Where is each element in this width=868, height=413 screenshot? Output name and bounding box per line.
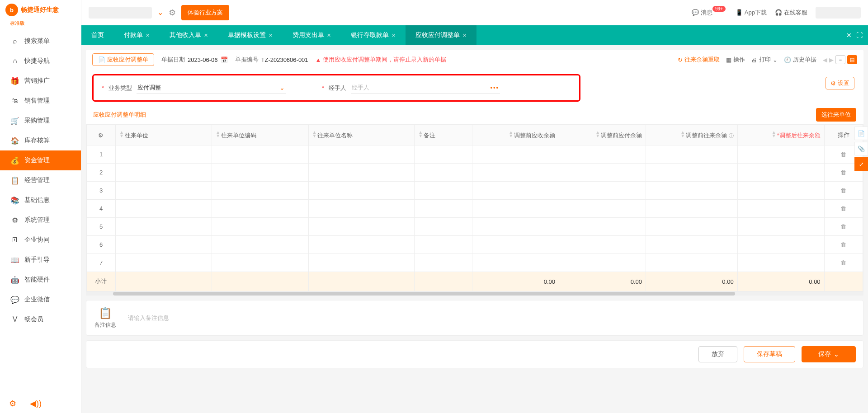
col-unit-code-label: 往来单位编码 (221, 132, 256, 139)
sidebar-item[interactable]: 🛍销售管理 (0, 91, 81, 111)
sidebar-item[interactable]: 🏠库存核算 (0, 131, 81, 150)
close-icon[interactable]: ✕ (462, 33, 467, 38)
row-delete[interactable]: 🗑 (824, 254, 863, 272)
tab[interactable]: 费用支出单✕ (283, 25, 341, 45)
remarks-input[interactable]: 请输入备注信息 (125, 311, 855, 325)
handler-label: 经手人 (329, 84, 346, 92)
highlight-box: * 业务类型 应付调整 ⌄ * 经手人 经手人 ••• (92, 74, 580, 102)
col-unit-code[interactable]: ▲▼往来单位编码 (212, 125, 308, 145)
select-unit-button[interactable]: 选往来单位 (816, 108, 856, 122)
row-delete[interactable]: 🗑 (824, 182, 863, 200)
sidebar-item[interactable]: V畅会员 (0, 310, 81, 329)
sidebar-item[interactable]: 🗓企业协同 (0, 230, 81, 250)
view-list-icon[interactable]: ≡ (835, 55, 845, 64)
close-all-icon[interactable]: ✕ (846, 32, 852, 39)
date-value[interactable]: 2023-06-06 (188, 56, 218, 63)
messages-link[interactable]: 💬 消息 99+ (692, 9, 727, 17)
org-selector[interactable] (89, 7, 152, 19)
close-icon[interactable]: ✕ (204, 33, 208, 38)
save-draft-button[interactable]: 保存草稿 (744, 346, 795, 362)
nav-label: 企业微信 (24, 296, 50, 304)
handler-input[interactable]: 经手人 ••• (351, 82, 500, 94)
row-delete[interactable]: 🗑 (824, 218, 863, 236)
sidebar-item[interactable]: 📖新手引导 (0, 250, 81, 270)
table-row[interactable]: 4🗑 (87, 200, 863, 218)
sidebar-item[interactable]: 💰资金管理 (0, 150, 81, 170)
close-icon[interactable]: ✕ (146, 33, 150, 38)
float-expand-icon[interactable]: ⤢ (854, 157, 868, 171)
tab[interactable]: 付款单✕ (114, 25, 160, 45)
app-download-link[interactable]: 📱 App下载 (736, 9, 767, 17)
col-ap-before[interactable]: ▲▼调整前应付余额 (559, 125, 646, 145)
balance-reget-button[interactable]: ↻ 往来余额重取 (678, 56, 720, 64)
messages-label: 消息 (701, 9, 712, 17)
sidebar-item[interactable]: 🤖智能硬件 (0, 270, 81, 290)
tab[interactable]: 其他收入单✕ (160, 25, 218, 45)
print-button[interactable]: 🖨 打印 ⌄ (751, 56, 778, 64)
sidebar-item[interactable]: ⌕搜索菜单 (0, 31, 81, 51)
user-block[interactable] (816, 7, 861, 19)
doc-icon: 📄 (98, 56, 105, 63)
row-delete[interactable]: 🗑 (824, 200, 863, 218)
col-remark[interactable]: ▲▼备注 (415, 125, 472, 145)
tab[interactable]: 银行存取款单✕ (341, 25, 406, 45)
close-icon[interactable]: ✕ (269, 33, 273, 38)
sidebar-item[interactable]: ⌂快捷导航 (0, 51, 81, 71)
chevron-down-icon[interactable]: ⌄ (157, 8, 163, 17)
close-icon[interactable]: ✕ (327, 33, 331, 38)
row-num: 2 (87, 164, 116, 182)
more-icon[interactable]: ••• (490, 84, 499, 91)
expand-icon[interactable]: ⛶ (856, 32, 863, 39)
col-unit-name[interactable]: ▲▼往来单位名称 (308, 125, 415, 145)
biz-type-select[interactable]: 应付调整 ⌄ (137, 82, 286, 94)
support-link[interactable]: 🎧 在线客服 (775, 9, 807, 17)
float-attach-icon[interactable]: 📎 (854, 142, 868, 155)
col-unit[interactable]: ▲▼往来单位 (115, 125, 212, 145)
table-row[interactable]: 5🗑 (87, 218, 863, 236)
save-label: 保存 (818, 350, 831, 358)
gear-icon[interactable]: ⚙ (169, 8, 176, 18)
gear-icon[interactable]: ⚙ (9, 399, 16, 408)
sidebar-item[interactable]: 🛒采购管理 (0, 111, 81, 131)
discard-button[interactable]: 放弃 (698, 346, 737, 362)
view-card-icon[interactable]: ▤ (847, 55, 857, 64)
col-ar-before[interactable]: ▲▼调整前应收余额 (472, 125, 559, 145)
sidebar-item[interactable]: 🎁营销推广 (0, 71, 81, 91)
table-row[interactable]: 1🗑 (87, 145, 863, 164)
operate-button[interactable]: ▦ 操作 (726, 56, 745, 64)
calendar-icon[interactable]: 📅 (221, 56, 228, 63)
sidebar-item[interactable]: 💬企业微信 (0, 290, 81, 310)
table-scrollbar[interactable] (86, 292, 863, 296)
history-button[interactable]: 🕘 历史单据 (784, 56, 816, 64)
detail-header: 应收应付调整单明细 选往来单位 (86, 105, 863, 124)
tab-label: 银行存取款单 (351, 31, 389, 39)
save-button[interactable]: 保存 ⌄ (802, 346, 856, 362)
settings-button[interactable]: ⚙ 设置 (826, 77, 854, 89)
close-icon[interactable]: ✕ (392, 33, 396, 38)
trial-button[interactable]: 体验行业方案 (181, 5, 229, 20)
table-row[interactable]: 3🗑 (87, 182, 863, 200)
sound-icon[interactable]: ◀)) (30, 399, 42, 408)
nav-icon: ⚙ (11, 216, 19, 224)
nav-label: 智能硬件 (24, 276, 50, 284)
tab[interactable]: 单据模板设置✕ (218, 25, 283, 45)
row-delete[interactable]: 🗑 (824, 236, 863, 254)
sidebar-item[interactable]: ⚙系统管理 (0, 210, 81, 230)
doc-no-label: 单据编号 (235, 56, 259, 64)
next-icon[interactable]: ▶ (829, 56, 834, 63)
prev-icon[interactable]: ◀ (823, 56, 827, 63)
tabsbar: 首页付款单✕其他收入单✕单据模板设置✕费用支出单✕银行存取款单✕应收应付调整单✕… (81, 25, 868, 45)
tab[interactable]: 应收应付调整单✕ (406, 25, 476, 45)
col-gear[interactable]: ⚙ (87, 125, 116, 145)
col-bal-after[interactable]: ▲▼*调整后往来余额 (737, 125, 824, 145)
table-row[interactable]: 7🗑 (87, 254, 863, 272)
table-row[interactable]: 6🗑 (87, 236, 863, 254)
col-bal-before[interactable]: ▲▼调整前往来余额 ⓘ (646, 125, 738, 145)
tab[interactable]: 首页 (81, 25, 114, 45)
help-icon[interactable]: ⓘ (729, 133, 734, 138)
sidebar-item[interactable]: 📋经营管理 (0, 170, 81, 190)
nav-icon: 📖 (11, 256, 19, 264)
sidebar-item[interactable]: 📚基础信息 (0, 190, 81, 210)
float-doc-icon[interactable]: 📄 (854, 127, 868, 140)
table-row[interactable]: 2🗑 (87, 164, 863, 182)
